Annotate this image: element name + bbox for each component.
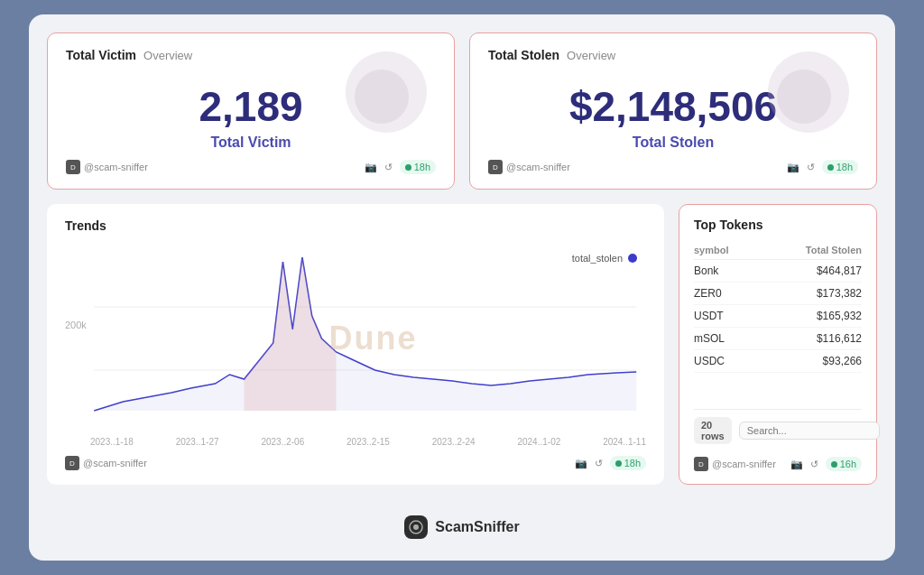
token-stolen: $165,932: [758, 305, 862, 328]
token-stolen: $116,612: [758, 328, 862, 350]
tokens-table: symbol Total Stolen Bonk $464,817 ZER0 $…: [694, 241, 862, 373]
legend-label: total_stolen: [572, 253, 623, 264]
refresh-icon[interactable]: ↺: [384, 162, 393, 173]
tokens-badge: 16h: [826, 457, 862, 471]
stolen-card-title: Total Stolen: [488, 48, 559, 62]
x-label-5: 2024..1-02: [517, 437, 560, 447]
x-label-6: 2024..1-11: [603, 437, 646, 447]
x-label-1: 2023..1-27: [176, 437, 219, 447]
token-symbol: Bonk: [694, 260, 758, 283]
app-footer-icon: [404, 515, 428, 539]
svg-marker-3: [245, 257, 337, 411]
stolen-card-subtitle: Overview: [567, 49, 615, 62]
y-axis-label: 200k: [65, 320, 87, 330]
dashboard-container: Total Victim Overview 2,189 Total Victim…: [29, 14, 895, 561]
trends-camera-icon[interactable]: 📷: [575, 458, 587, 469]
stolen-card: Total Stolen Overview $2,148,506 Total S…: [469, 32, 877, 190]
victim-card-subtitle: Overview: [143, 49, 192, 62]
stolen-brand-icon: D: [488, 160, 503, 174]
token-stolen: $93,266: [758, 350, 862, 373]
victim-card-footer: D @scam-sniffer 📷 ↺ 18h: [66, 151, 436, 174]
token-symbol: USDT: [694, 305, 758, 328]
search-input[interactable]: [739, 422, 880, 440]
tokens-camera-icon[interactable]: 📷: [790, 459, 803, 470]
token-symbol: USDC: [694, 350, 758, 373]
trends-brand: D @scam-sniffer: [65, 456, 147, 470]
x-label-2: 2023..2-06: [261, 437, 304, 447]
table-row: USDT $165,932: [694, 305, 862, 328]
stolen-badge: 18h: [822, 160, 858, 174]
rows-info: 20 rows: [694, 409, 862, 444]
trends-card: Trends 200k Dune total_stolen: [47, 204, 664, 485]
stolen-label: Total Stolen: [488, 134, 858, 151]
tokens-brand: D @scam-sniffer: [694, 457, 776, 471]
stolen-refresh-icon[interactable]: ↺: [807, 162, 815, 173]
trends-title: Trends: [65, 218, 646, 233]
brand-icon: D: [66, 160, 80, 174]
stolen-card-footer: D @scam-sniffer 📷 ↺ 18h: [488, 151, 858, 174]
victim-footer-actions: 📷 ↺ 18h: [365, 160, 436, 174]
table-row: Bonk $464,817: [694, 260, 862, 283]
x-axis-labels: 2023..1-18 2023..1-27 2023..2-06 2023..2…: [65, 437, 646, 447]
trends-footer: D @scam-sniffer 📷 ↺ 18h: [65, 447, 646, 470]
trends-brand-icon: D: [65, 456, 79, 470]
col-symbol: symbol: [694, 241, 758, 260]
tokens-card: Top Tokens symbol Total Stolen Bonk $464…: [679, 204, 877, 485]
trends-refresh-icon[interactable]: ↺: [595, 458, 603, 469]
victim-brand: D @scam-sniffer: [66, 160, 148, 174]
trends-badge: 18h: [610, 456, 646, 470]
token-stolen: $173,382: [758, 283, 862, 305]
stolen-brand: D @scam-sniffer: [488, 160, 570, 174]
chart-legend: total_stolen: [572, 253, 637, 264]
table-row: ZER0 $173,382: [694, 283, 862, 305]
tokens-header-row: symbol Total Stolen: [694, 241, 862, 260]
x-label-0: 2023..1-18: [90, 437, 134, 447]
tokens-card-footer: D @scam-sniffer 📷 ↺ 16h: [694, 451, 862, 471]
table-row: mSOL $116,612: [694, 328, 862, 350]
tokens-footer-actions: 📷 ↺ 16h: [790, 457, 862, 471]
rows-badge: 20 rows: [694, 417, 732, 444]
stolen-camera-icon[interactable]: 📷: [787, 162, 799, 173]
token-symbol: ZER0: [694, 283, 758, 305]
app-footer: ScamSniffer: [47, 506, 877, 543]
top-row: Total Victim Overview 2,189 Total Victim…: [47, 32, 877, 190]
bottom-row: Trends 200k Dune total_stolen: [47, 204, 877, 485]
camera-icon[interactable]: 📷: [365, 162, 377, 173]
victim-card-title: Total Victim: [66, 48, 136, 62]
tokens-footer: 20 rows D @scam-sniffer 📷 ↺ 16h: [694, 400, 862, 471]
x-label-3: 2023..2-15: [346, 437, 390, 447]
token-symbol: mSOL: [694, 328, 758, 350]
table-row: USDC $93,266: [694, 350, 862, 373]
victim-label: Total Victim: [66, 134, 436, 151]
tokens-title: Top Tokens: [694, 218, 862, 232]
svg-point-5: [413, 524, 419, 530]
legend-dot: [628, 254, 637, 263]
token-stolen: $464,817: [758, 260, 862, 283]
x-label-4: 2023..2-24: [432, 437, 476, 447]
col-total-stolen: Total Stolen: [758, 241, 862, 260]
trends-footer-actions: 📷 ↺ 18h: [575, 456, 646, 470]
scam-sniffer-logo-icon: [409, 520, 423, 534]
stolen-footer-actions: 📷 ↺ 18h: [787, 160, 858, 174]
victim-card: Total Victim Overview 2,189 Total Victim…: [47, 32, 455, 190]
dune-watermark: Dune: [329, 320, 418, 357]
tokens-brand-icon: D: [694, 457, 708, 471]
tokens-refresh-icon[interactable]: ↺: [810, 459, 818, 470]
victim-badge: 18h: [400, 160, 436, 174]
chart-area: 200k Dune total_stolen: [65, 244, 646, 433]
app-name: ScamSniffer: [435, 519, 519, 535]
